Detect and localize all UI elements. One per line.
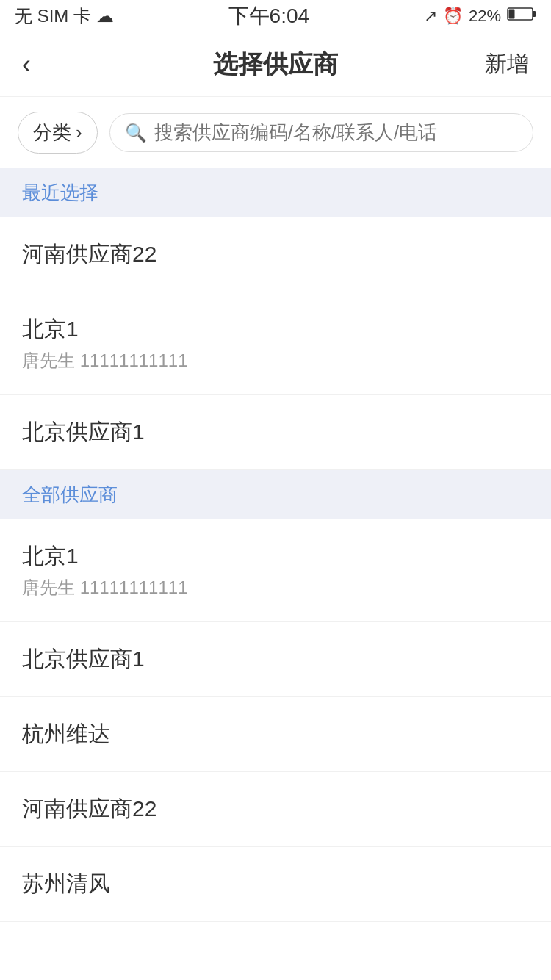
list-item[interactable]: 河南供应商22 [0, 217, 551, 292]
item-name: 北京供应商1 [22, 417, 529, 447]
list-item[interactable]: 北京供应商1 [0, 395, 551, 470]
battery-icon [507, 7, 536, 26]
item-sub: 唐先生 11111111111 [22, 349, 529, 372]
search-wrapper[interactable]: 🔍 [109, 113, 533, 152]
back-button[interactable]: ‹ [22, 49, 66, 80]
item-name: 苏州清风 [22, 869, 529, 899]
search-bar: 分类 › 🔍 [0, 97, 551, 168]
no-sim-label: 无 SIM 卡 ☁ [15, 4, 114, 28]
section-header-recent: 最近选择 [0, 168, 551, 217]
item-name: 北京供应商1 [22, 644, 529, 674]
list-item[interactable]: 杭州维达 [0, 697, 551, 772]
item-name: 北京1 [22, 314, 529, 345]
add-button[interactable]: 新增 [485, 49, 529, 79]
list-item[interactable]: 河南供应商22 [0, 772, 551, 847]
battery-label: 22% [469, 7, 501, 26]
status-left: 无 SIM 卡 ☁ [15, 4, 114, 28]
svg-rect-1 [533, 11, 536, 17]
list-item[interactable]: 北京供应商1 [0, 622, 551, 697]
search-icon: 🔍 [125, 123, 147, 143]
supplier-list: 最近选择河南供应商22北京1唐先生 11111111111北京供应商1全部供应商… [0, 168, 551, 922]
category-filter-button[interactable]: 分类 › [18, 112, 98, 154]
item-name: 杭州维达 [22, 719, 529, 749]
chevron-right-icon: › [76, 121, 82, 144]
category-label: 分类 [33, 120, 71, 145]
list-item[interactable]: 北京1唐先生 11111111111 [0, 292, 551, 395]
list-item[interactable]: 北京1唐先生 11111111111 [0, 519, 551, 622]
item-name: 河南供应商22 [22, 794, 529, 824]
status-right: ↗ ⏰ 22% [424, 7, 536, 26]
item-sub: 唐先生 11111111111 [22, 576, 529, 599]
svg-rect-2 [509, 10, 515, 19]
item-name: 北京1 [22, 541, 529, 572]
section-header-all: 全部供应商 [0, 470, 551, 519]
nav-bar: ‹ 选择供应商 新增 [0, 32, 551, 97]
list-item[interactable]: 苏州清风 [0, 847, 551, 922]
page-title: 选择供应商 [213, 48, 338, 82]
alarm-icon: ⏰ [443, 7, 463, 26]
search-input[interactable] [154, 121, 518, 144]
status-time: 下午6:04 [228, 2, 310, 30]
location-icon: ↗ [424, 7, 437, 26]
status-bar: 无 SIM 卡 ☁ 下午6:04 ↗ ⏰ 22% [0, 0, 551, 32]
item-name: 河南供应商22 [22, 239, 529, 270]
